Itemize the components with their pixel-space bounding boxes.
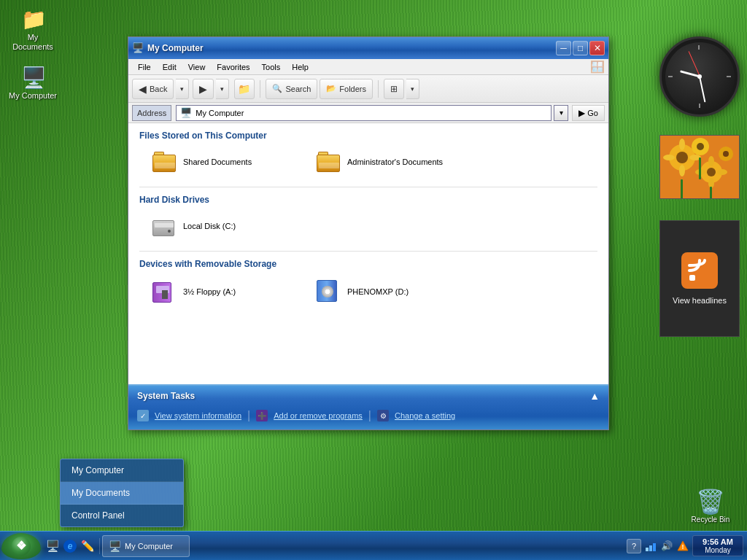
taskbar-right: ? 🔊 ! 9:56 AM Monday xyxy=(627,535,747,556)
clock-tick-6 xyxy=(699,104,700,108)
divider-2 xyxy=(139,251,597,252)
quicklaunch-ie[interactable]: e xyxy=(62,538,78,554)
rss-widget[interactable]: View headlines xyxy=(659,220,740,337)
folder-up-button[interactable]: 📁 xyxy=(234,79,255,99)
file-area: Files Stored on This Computer Shared Doc… xyxy=(128,123,608,384)
photo-widget[interactable] xyxy=(659,135,740,199)
svg-point-11 xyxy=(663,155,675,160)
tray-help-button[interactable]: ? xyxy=(627,539,641,553)
system-tasks-collapse-button[interactable]: ▲ xyxy=(589,390,600,402)
computer-mini-icon: 🖥️ xyxy=(180,107,192,118)
taskbar-mycomputer-icon: 🖥️ xyxy=(109,540,121,552)
sidebar-menu-my-computer[interactable]: My Computer xyxy=(61,459,183,482)
folder-shine-2 xyxy=(319,163,339,168)
back-button[interactable]: ◀ Back xyxy=(132,79,174,99)
my-documents-icon: 📁 xyxy=(21,7,44,31)
address-go-button[interactable]: ▶ Go xyxy=(572,105,605,121)
search-icon: 🔍 xyxy=(272,84,282,93)
menu-edit[interactable]: Edit xyxy=(157,61,182,73)
system-tasks-links: ✓ View system information | ➕ Add or rem… xyxy=(128,406,608,429)
taskbar-mycomputer-label: My Computer xyxy=(125,542,173,551)
address-input[interactable]: 🖥️ My Computer xyxy=(176,105,551,121)
flower-photo xyxy=(660,136,740,199)
addressbar: Address 🖥️ My Computer ▾ ▶ Go xyxy=(128,103,608,123)
quicklaunch-mycomputer[interactable]: 🖥️ xyxy=(44,538,61,554)
svg-rect-19 xyxy=(699,158,701,179)
svg-rect-22 xyxy=(649,545,652,551)
floppy-a-item[interactable]: 3½ Floppy (A:) xyxy=(147,276,307,307)
local-disk-c-item[interactable]: Local Disk (C:) xyxy=(147,212,307,240)
tray-sound-icon[interactable]: 🔊 xyxy=(660,540,673,553)
desktop-icon-my-computer[interactable]: 🖥️ My Computer xyxy=(7,66,58,101)
views-icon: ⊞ xyxy=(390,84,398,94)
svg-point-9 xyxy=(679,139,685,150)
forward-dropdown-button[interactable]: ▾ xyxy=(216,79,229,99)
shared-documents-label: Shared Documents xyxy=(183,157,252,167)
change-setting-link[interactable]: Change a setting xyxy=(395,411,455,420)
change-setting-icon: ⚙ xyxy=(377,410,389,421)
clock-area[interactable]: 9:56 AM Monday xyxy=(692,535,743,556)
back-arrow-icon: ◀ xyxy=(139,83,147,95)
folders-label: Folders xyxy=(339,85,366,93)
mycomputer-window: 🖥️ My Computer ─ □ ✕ File Edit View Favo… xyxy=(128,36,609,430)
views-button[interactable]: ⊞ xyxy=(384,79,404,99)
address-value: My Computer xyxy=(196,109,244,117)
hard-disk-row: Local Disk (C:) xyxy=(139,212,597,240)
menu-tools[interactable]: Tools xyxy=(256,61,287,73)
toolbar: ◀ Back ▾ ▶ ▾ 📁 🔍 Search 📂 Folders xyxy=(128,75,608,103)
menu-favorites[interactable]: Favorites xyxy=(211,61,255,73)
section-header-removable: Devices with Removable Storage xyxy=(139,259,597,271)
admin-documents-item[interactable]: Administrator's Documents xyxy=(311,148,471,176)
desktop-icon-my-documents[interactable]: 📁 My Documents xyxy=(7,7,58,52)
back-dropdown-button[interactable]: ▾ xyxy=(176,79,189,99)
forward-button[interactable]: ▶ xyxy=(193,79,214,99)
recycle-bin[interactable]: 🗑️ Recycle Bin xyxy=(689,488,732,524)
floppy-a-icon xyxy=(152,281,176,303)
svg-point-8 xyxy=(723,151,729,157)
recycle-bin-label: Recycle Bin xyxy=(692,516,730,524)
cdrom-d-item[interactable]: PHENOMXP (D:) xyxy=(311,276,471,307)
floppy-a-label: 3½ Floppy (A:) xyxy=(183,287,236,297)
system-tasks-header[interactable]: System Tasks ▲ xyxy=(128,386,608,406)
taskbar-mycomputer-item[interactable]: 🖥️ My Computer xyxy=(102,535,190,557)
tray-network-icon[interactable] xyxy=(644,540,657,553)
close-button[interactable]: ✕ xyxy=(589,41,605,55)
hdd-shine xyxy=(155,223,174,228)
svg-rect-23 xyxy=(653,543,656,551)
tray-security-icon[interactable]: ! xyxy=(676,540,689,553)
clock-tick-9 xyxy=(668,76,673,77)
search-button[interactable]: 🔍 Search xyxy=(266,79,317,99)
view-system-info-link[interactable]: View system information xyxy=(155,411,241,420)
start-button[interactable]: ❖ xyxy=(1,533,41,559)
desktop: 📁 My Documents 🖥️ My Computer 🖥️ My Comp… xyxy=(0,0,747,560)
sidebar-menu-control-panel[interactable]: Control Panel xyxy=(61,505,183,526)
add-remove-programs-link[interactable]: Add or remove programs xyxy=(274,411,363,420)
views-dropdown-button[interactable]: ▾ xyxy=(406,79,419,99)
folders-button[interactable]: 📂 Folders xyxy=(320,79,373,99)
hdd-body xyxy=(152,220,174,236)
menu-file[interactable]: File xyxy=(132,61,157,73)
task-separator-1: | xyxy=(247,409,250,422)
clock-tick-3 xyxy=(727,76,731,77)
section-header-files-stored: Files Stored on This Computer xyxy=(139,131,597,142)
shared-documents-item[interactable]: Shared Documents xyxy=(147,148,307,176)
menu-view[interactable]: View xyxy=(182,61,212,73)
rss-icon xyxy=(688,259,711,282)
clock-widget[interactable] xyxy=(659,36,740,117)
svg-point-16 xyxy=(717,169,727,175)
address-dropdown-button[interactable]: ▾ xyxy=(554,105,568,121)
hdd-dot xyxy=(168,230,171,233)
svg-rect-20 xyxy=(689,275,695,281)
clock-time: 9:56 AM xyxy=(699,537,737,546)
minimize-button[interactable]: ─ xyxy=(556,41,571,55)
menu-help[interactable]: Help xyxy=(286,61,314,73)
quicklaunch-pen[interactable]: ✏️ xyxy=(80,538,96,554)
maximize-button[interactable]: □ xyxy=(573,41,588,55)
divider-1 xyxy=(139,187,597,187)
forward-arrow-icon: ▶ xyxy=(199,83,207,95)
windows-logo-icon: 🪟 xyxy=(590,60,605,74)
window-title: My Computer xyxy=(147,43,554,53)
sidebar-menu-my-documents[interactable]: My Documents xyxy=(61,482,183,505)
cdrom-d-label: PHENOMXP (D:) xyxy=(347,287,409,297)
my-computer-icon: 🖥️ xyxy=(21,66,44,89)
